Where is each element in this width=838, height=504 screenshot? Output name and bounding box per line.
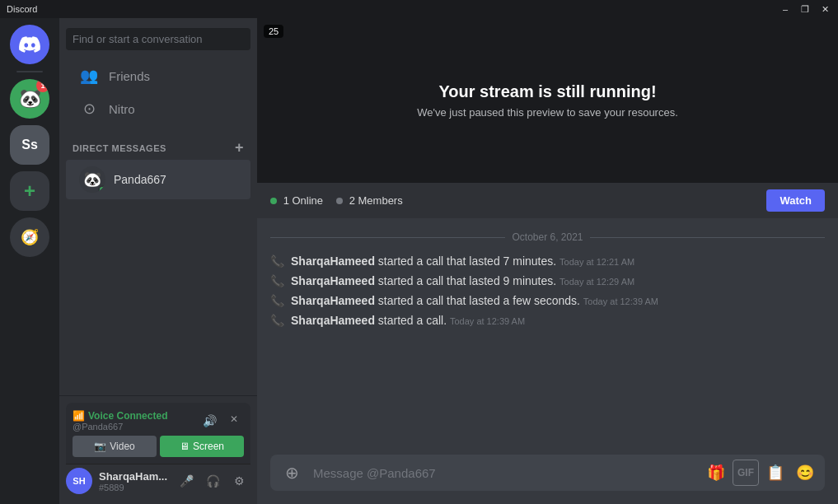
screen-icon: 🖥 — [180, 441, 190, 452]
headset-button[interactable]: 🎧 — [201, 469, 224, 492]
message-right-icons: 🎁 GIF 📋 😊 — [703, 460, 818, 486]
online-count-label: 1 Online — [283, 194, 323, 207]
explore-icon[interactable]: 🧭 — [10, 217, 49, 257]
chat-area: October 6, 2021 📞 SharqaHameed started a… — [257, 218, 838, 448]
dm-user-panda667[interactable]: 🐼 Panda667 — [66, 160, 250, 199]
message-input[interactable] — [313, 456, 696, 490]
message-input-box: ⊕ 🎁 GIF 📋 😊 — [270, 455, 825, 491]
dm-search-input[interactable] — [66, 28, 250, 50]
nitro-label: Nitro — [109, 102, 135, 116]
call-icon-0: 📞 — [270, 254, 284, 268]
chat-event-1: 📞 SharqaHameed started a call that laste… — [270, 273, 825, 289]
bottom-discriminator: #5889 — [99, 483, 168, 492]
bottom-user-details: SharqaHam... #5889 — [99, 470, 168, 492]
voice-connected-text: Voice Connected — [88, 410, 167, 422]
dm-section-header: DIRECT MESSAGES + — [59, 126, 257, 160]
maximize-button[interactable]: ❐ — [798, 4, 812, 15]
call-icon-1: 📞 — [270, 274, 284, 287]
friends-icon: 👥 — [79, 67, 99, 85]
video-icon: 📷 — [94, 441, 106, 452]
chat-event-user-0: SharqaHameed — [291, 254, 375, 268]
settings-button[interactable]: ⚙ — [227, 469, 250, 492]
bottom-user-info: SH SharqaHam... #5889 🎤 🎧 ⚙ — [66, 464, 250, 497]
app-body: 🐼 1 Ss + 🧭 👥 Friends ⊙ Nitro DIRECT MESS… — [0, 18, 838, 504]
gift-icon-button[interactable]: 🎁 — [703, 460, 729, 486]
chat-event-time-0: Today at 12:21 AM — [559, 257, 634, 267]
chat-event-text-0: SharqaHameed started a call that lasted … — [291, 254, 634, 268]
server-bar: 🐼 1 Ss + 🧭 — [0, 18, 59, 504]
server-icon-ss[interactable]: Ss — [10, 125, 49, 165]
titlebar-controls: – ❐ ✕ — [779, 4, 831, 15]
dm-nav: 👥 Friends ⊙ Nitro — [59, 60, 257, 126]
call-icon-3: 📞 — [270, 314, 284, 327]
mute-button[interactable]: 🎤 — [175, 469, 198, 492]
chat-event-3: 📞 SharqaHameed started a call. Today at … — [270, 312, 825, 329]
voice-server-label: @Panda667 — [73, 422, 167, 432]
voice-connected-top-row: 📶 Voice Connected @Panda667 🔊 ✕ — [73, 409, 244, 432]
add-server-icon[interactable]: + — [10, 171, 49, 211]
chat-event-desc-1: started a call that lasted 9 minutes. — [378, 274, 559, 287]
dm-add-button[interactable]: + — [235, 139, 244, 156]
bottom-username: SharqaHam... — [99, 470, 168, 483]
voice-controls: 🔊 ✕ — [198, 409, 244, 432]
screen-share-button[interactable]: 🖥 Screen — [160, 436, 244, 457]
chat-event-text-3: SharqaHameed started a call. Today at 12… — [291, 314, 525, 327]
nitro-icon: ⊙ — [79, 100, 99, 118]
chat-event-time-3: Today at 12:39 AM — [450, 316, 525, 326]
chat-event-desc-3: started a call. — [378, 314, 450, 327]
close-button[interactable]: ✕ — [818, 4, 831, 15]
stream-preview-inner: 25 Your stream is still running! We've j… — [257, 18, 838, 183]
emoji-icon-button[interactable]: 😊 — [792, 460, 818, 486]
server-divider — [16, 71, 43, 72]
video-button[interactable]: 📷 Video — [73, 436, 157, 457]
nitro-nav-item[interactable]: ⊙ Nitro — [66, 93, 250, 124]
bottom-user-avatar: SH — [66, 468, 92, 494]
online-dot-green — [270, 198, 277, 204]
voice-status-info: 📶 Voice Connected @Panda667 — [73, 410, 167, 432]
member-count-label: 2 Members — [349, 194, 403, 207]
chat-event-time-1: Today at 12:29 AM — [559, 277, 634, 287]
friends-label: Friends — [109, 69, 150, 83]
stream-status-bar: 1 Online 2 Members Watch — [257, 183, 838, 218]
call-action-buttons: 📷 Video 🖥 Screen — [73, 436, 244, 457]
dm-sidebar: 👥 Friends ⊙ Nitro DIRECT MESSAGES + 🐼 Pa… — [59, 18, 257, 504]
signal-icon: 📶 — [73, 410, 85, 422]
sticker-icon-button[interactable]: 📋 — [762, 460, 789, 486]
stream-preview: 25 Your stream is still running! We've j… — [257, 18, 838, 183]
voice-deafen-button[interactable]: 🔊 — [198, 409, 221, 432]
chat-event-time-2: Today at 12:39 AM — [583, 296, 658, 306]
online-count: 1 Online — [270, 194, 323, 207]
date-line-right — [590, 237, 825, 238]
friends-nav-item[interactable]: 👥 Friends — [66, 60, 250, 91]
date-label: October 6, 2021 — [512, 231, 583, 243]
stream-member-info: 1 Online 2 Members — [270, 194, 403, 207]
call-icon-2: 📞 — [270, 294, 284, 307]
gif-icon-button[interactable]: GIF — [733, 460, 759, 486]
chat-event-0: 📞 SharqaHameed started a call that laste… — [270, 253, 825, 269]
chat-event-user-2: SharqaHameed — [291, 294, 375, 307]
minimize-button[interactable]: – — [779, 4, 792, 15]
main-content: 25 Your stream is still running! We've j… — [257, 18, 838, 504]
add-attachment-button[interactable]: ⊕ — [277, 455, 307, 491]
stream-paused-title: Your stream is still running! — [438, 82, 656, 101]
user-panel: 📶 Voice Connected @Panda667 🔊 ✕ 📷 Video — [59, 395, 257, 504]
chat-event-text-1: SharqaHameed started a call that lasted … — [291, 274, 634, 287]
chat-event-user-3: SharqaHameed — [291, 314, 375, 327]
titlebar: Discord – ❐ ✕ — [0, 0, 838, 18]
titlebar-title: Discord — [7, 4, 37, 14]
stream-number: 25 — [264, 25, 283, 38]
voice-status-label: 📶 Voice Connected — [73, 410, 167, 422]
date-line-left — [270, 237, 505, 238]
chat-event-desc-0: started a call that lasted 7 minutes. — [378, 254, 559, 268]
chat-event-text-2: SharqaHameed started a call that lasted … — [291, 294, 658, 307]
panda667-online-dot — [98, 185, 105, 193]
discord-home-icon[interactable] — [10, 25, 49, 64]
notification-badge: 1 — [36, 79, 49, 92]
server-icon-user1[interactable]: 🐼 1 — [10, 79, 49, 119]
chat-event-2: 📞 SharqaHameed started a call that laste… — [270, 292, 825, 309]
dm-search-area — [59, 18, 257, 60]
bottom-user-icons: 🎤 🎧 ⚙ — [175, 469, 250, 492]
watch-button[interactable]: Watch — [766, 189, 825, 212]
member-count: 2 Members — [336, 194, 403, 207]
voice-disconnect-button[interactable]: ✕ — [224, 409, 244, 429]
